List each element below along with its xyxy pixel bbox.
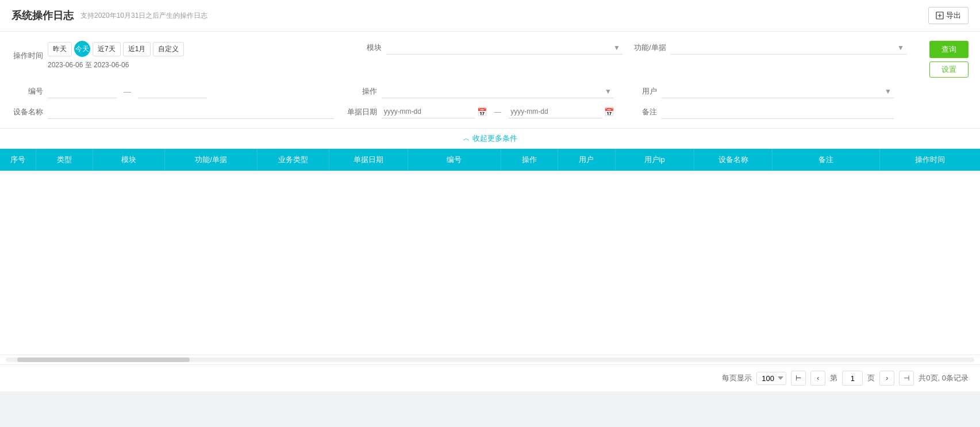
- operation-label: 操作: [345, 86, 377, 97]
- module-select-wrapper: ▼: [386, 41, 622, 55]
- module-select[interactable]: [386, 41, 622, 55]
- next-page-button[interactable]: ›: [879, 371, 894, 386]
- func-label: 功能/单据: [634, 43, 666, 53]
- collapse-bar[interactable]: ︿ 收起更多条件: [0, 129, 980, 149]
- filter-row-2: 编号 — 操作 ▼ 用户 ▼: [11, 84, 969, 98]
- page-header: 系统操作日志 支持2020年10月31日之后产生的操作日志 导出: [0, 0, 980, 32]
- filter-func: 功能/单据 ▼: [634, 41, 906, 55]
- table-header-row: 序号 类型 模块 功能/单据 业务类型 单据日期 编号 操作 用户 用户ip 设…: [0, 149, 980, 171]
- number-input-from[interactable]: [48, 84, 117, 98]
- filter-section: 操作时间 昨天 今天 近7天 近1月 自定义 2023-06-06 至 2023…: [0, 32, 980, 129]
- prev-page-button[interactable]: ‹: [810, 371, 825, 386]
- col-user-ip: 用户ip: [615, 149, 694, 171]
- page-text: 第: [830, 373, 837, 383]
- date-from-input[interactable]: [382, 105, 475, 118]
- filter-row-1: 操作时间 昨天 今天 近7天 近1月 自定义 2023-06-06 至 2023…: [11, 41, 969, 78]
- func-select[interactable]: [671, 41, 906, 55]
- table-container: 序号 类型 模块 功能/单据 业务类型 单据日期 编号 操作 用户 用户ip 设…: [0, 149, 980, 355]
- export-label: 导出: [946, 10, 961, 21]
- col-remark: 备注: [773, 149, 880, 171]
- col-voucher-date: 单据日期: [329, 149, 408, 171]
- filter-operation: 操作 ▼: [345, 84, 614, 98]
- collapse-icon: ︿: [463, 134, 470, 143]
- time-btn-custom[interactable]: 自定义: [153, 42, 184, 56]
- operation-select[interactable]: [382, 84, 614, 98]
- time-label: 操作时间: [11, 51, 43, 61]
- filter-row-3: 设备名称 单据日期 📅 — 📅 备注: [11, 105, 969, 119]
- operation-select-wrapper: ▼: [382, 84, 614, 98]
- last-page-button[interactable]: ⊣: [899, 371, 914, 386]
- date-dash: —: [491, 107, 504, 116]
- scrollbar-track: [6, 357, 974, 362]
- page-size-wrapper: 20 50 100 200: [756, 372, 786, 385]
- total-info: 共0页, 0条记录: [918, 373, 969, 383]
- export-icon: [936, 11, 944, 20]
- filter-user: 用户 ▼: [625, 84, 894, 98]
- number-dash: —: [121, 87, 133, 96]
- device-label: 设备名称: [11, 107, 43, 117]
- col-biz-type: 业务类型: [258, 149, 329, 171]
- filter-time: 操作时间 昨天 今天 近7天 近1月 自定义 2023-06-06 至 2023…: [11, 41, 339, 70]
- page-subtitle: 支持2020年10月31日之后产生的操作日志: [80, 11, 207, 21]
- settings-button[interactable]: 设置: [929, 61, 969, 78]
- remark-label: 备注: [625, 107, 657, 117]
- time-btn-today[interactable]: 今天: [74, 41, 90, 57]
- collapse-label: 收起更多条件: [472, 134, 517, 143]
- page-label: 页: [867, 373, 875, 383]
- filter-voucher-date: 单据日期 📅 — 📅: [345, 105, 614, 118]
- col-device: 设备名称: [694, 149, 773, 171]
- export-button[interactable]: 导出: [928, 7, 969, 24]
- device-input[interactable]: [48, 105, 334, 119]
- page-title: 系统操作日志: [11, 9, 74, 22]
- empty-area: [0, 171, 980, 355]
- time-btn-7days[interactable]: 近7天: [93, 42, 121, 56]
- calendar-to-icon[interactable]: 📅: [604, 107, 614, 117]
- pagination: 每页显示 20 50 100 200 ⊢ ‹ 第 页 › ⊣ 共0页, 0条记录: [0, 364, 980, 391]
- user-select-wrapper: ▼: [662, 84, 894, 98]
- user-label: 用户: [625, 86, 657, 97]
- first-page-button[interactable]: ⊢: [791, 371, 806, 386]
- col-module: 模块: [93, 149, 164, 171]
- date-from-wrapper: 📅: [382, 105, 487, 118]
- remark-input[interactable]: [662, 105, 894, 119]
- filter-number: 编号 —: [11, 84, 334, 98]
- user-select[interactable]: [662, 84, 894, 98]
- col-user: 用户: [558, 149, 616, 171]
- page-size-select[interactable]: 20 50 100 200: [756, 372, 786, 385]
- scrollbar-container: [0, 355, 980, 364]
- voucher-date-label: 单据日期: [345, 107, 377, 117]
- col-type: 类型: [36, 149, 93, 171]
- col-func: 功能/单据: [164, 149, 258, 171]
- filter-device: 设备名称: [11, 105, 334, 119]
- filter-remark: 备注: [625, 105, 894, 119]
- col-number: 编号: [408, 149, 501, 171]
- action-buttons: 查询 设置: [929, 41, 969, 78]
- table-header: 序号 类型 模块 功能/单据 业务类型 单据日期 编号 操作 用户 用户ip 设…: [0, 149, 980, 171]
- number-label: 编号: [11, 86, 43, 97]
- data-table: 序号 类型 模块 功能/单据 业务类型 单据日期 编号 操作 用户 用户ip 设…: [0, 149, 980, 171]
- filter-module: 模块 ▼: [350, 41, 622, 55]
- time-buttons: 昨天 今天 近7天 近1月 自定义: [48, 41, 184, 57]
- time-range-display: 2023-06-06 至 2023-06-06: [48, 60, 184, 70]
- date-to-input[interactable]: [508, 105, 602, 118]
- time-btn-1month[interactable]: 近1月: [123, 42, 151, 56]
- time-btn-yesterday[interactable]: 昨天: [48, 42, 72, 56]
- col-index: 序号: [0, 149, 36, 171]
- col-operation: 操作: [501, 149, 558, 171]
- scrollbar-thumb[interactable]: [17, 357, 190, 362]
- page-size-label: 每页显示: [722, 373, 752, 383]
- page-number-input[interactable]: [842, 371, 863, 386]
- time-options-block: 昨天 今天 近7天 近1月 自定义 2023-06-06 至 2023-06-0…: [48, 41, 184, 70]
- func-select-wrapper: ▼: [671, 41, 906, 55]
- query-button[interactable]: 查询: [929, 41, 969, 58]
- calendar-from-icon[interactable]: 📅: [477, 107, 487, 117]
- module-label: 模块: [350, 43, 382, 53]
- col-op-time: 操作时间: [880, 149, 980, 171]
- number-input-to[interactable]: [138, 84, 207, 98]
- date-to-wrapper: 📅: [508, 105, 614, 118]
